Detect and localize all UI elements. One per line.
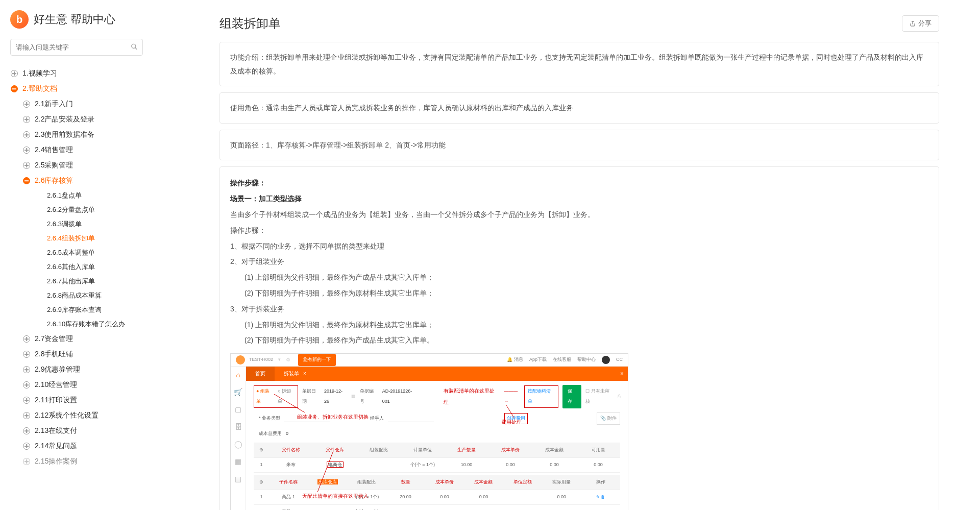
nav-2-10[interactable]: 2.10经营管理 (22, 377, 143, 393)
nav-2-6-5[interactable]: 2.6.5成本调整单 (47, 246, 143, 260)
cell-ops: ✎ 🗑 (581, 507, 620, 510)
sc-handler-label: 经手人 (370, 414, 384, 424)
sc-radio-assemble: ● 组装单 (256, 386, 274, 407)
sc-save-new: ☐ 只有未审核 (585, 386, 614, 407)
nav-2-7[interactable]: 2.7资金管理 (22, 331, 143, 347)
nav-video-learning[interactable]: 1.视频学习 (10, 66, 143, 81)
th-ops: 操作 (581, 477, 620, 488)
th-child-ratio: 组装配比 (347, 477, 386, 488)
nav-2-8[interactable]: 2.8手机旺铺 (22, 347, 143, 362)
th-ratio: 组装配比 (357, 445, 401, 455)
nav-label: 2.6.8商品成本重算 (47, 291, 102, 300)
nav-label: 2.1新手入门 (35, 100, 73, 109)
cell: 0.00 (425, 492, 464, 502)
nav-label: 2.6.6其他入库单 (47, 262, 95, 272)
nav-2-6-10[interactable]: 2.6.10库存账本错了怎么办 (47, 317, 143, 331)
nav-2-6[interactable]: 2.6库存核算 (22, 173, 143, 188)
inventory-icon: 🗄 (234, 423, 242, 431)
nav-2-4[interactable]: 2.4销售管理 (22, 142, 143, 158)
nav-2-9[interactable]: 2.9优惠券管理 (22, 362, 143, 377)
sc-parent-table: ⊕ 父件名称 父件仓库 组装配比 计量单位 生产数量 成本单价 成本金额 可用量 (254, 443, 620, 473)
plus-icon (22, 396, 31, 404)
sc-doc-value: AD-20191226-001 (382, 386, 419, 407)
nav-2-14[interactable]: 2.14常见问题 (22, 439, 143, 454)
search-icon[interactable] (131, 43, 138, 52)
cell-amount: 0.00 (532, 460, 576, 470)
brand-row: b 好生意 帮助中心 (10, 10, 143, 29)
nav-2-1[interactable]: 2.1新手入门 (22, 96, 143, 112)
share-button[interactable]: 分享 (902, 15, 939, 32)
th-child: 子件名称 (269, 477, 308, 488)
main-content: 组装拆卸单 分享 功能介绍：组装拆卸单用来处理企业组装或拆卸等加工业务，支持有固… (153, 0, 980, 510)
cell: 0.00 (464, 492, 503, 502)
th-child-qty: 数量 (386, 477, 425, 488)
cell: 0.00 (464, 507, 503, 510)
scene-title: 场景一：加工类型选择 (230, 191, 928, 207)
cell: 30.00 (386, 507, 425, 510)
nav-2-6-3[interactable]: 2.6.3调拨单 (47, 217, 143, 231)
nav-2-6-9[interactable]: 2.6.9库存账本查询 (47, 303, 143, 317)
gear-icon: ⚙ (286, 354, 290, 366)
nav-label: 2.13在线支付 (35, 426, 77, 435)
info-box-path: 页面路径：1、库存核算->库存管理->组装拆卸单 2、首页->常用功能 (219, 130, 939, 161)
sc-annotation-3: 费用处理 (501, 417, 522, 428)
cell-unitcost: 0.00 (488, 460, 532, 470)
nav-2-12[interactable]: 2.12系统个性化设置 (22, 408, 143, 423)
search-input[interactable] (10, 39, 143, 56)
sc-totalcost-label: 成本总费用 (259, 429, 282, 439)
th-qty: 生产数量 (445, 445, 488, 455)
sc-doc-label: 单据编号 (360, 386, 378, 407)
sub-heading: 操作步骤： (230, 223, 928, 238)
cell-unit: 个(个 = 1个) (401, 460, 445, 470)
nav-2-2[interactable]: 2.2产品安装及登录 (22, 112, 143, 127)
arrow-icon (317, 452, 338, 492)
th-child-c1: 成本单价 (425, 477, 464, 488)
nav-2-6-2[interactable]: 2.6.2分量盘点单 (47, 203, 143, 217)
print-icon: ⎙ (618, 392, 620, 402)
minus-icon (22, 177, 31, 185)
sc-env-text: TEST-H002 (249, 355, 273, 365)
home-icon: ⌂ (234, 371, 242, 379)
nav-2-5[interactable]: 2.5采购管理 (22, 158, 143, 173)
nav-2-15[interactable]: 2.15操作案例 (22, 454, 143, 469)
plus-icon (22, 366, 31, 374)
nav-2-6-7[interactable]: 2.6.7其他出库单 (47, 274, 143, 288)
sc-notice-btn: 您有新的一下 (298, 354, 336, 366)
brand-text: 好生意 帮助中心 (34, 12, 115, 27)
sc-attach: 📎 附件 (597, 412, 620, 425)
nav-2-13[interactable]: 2.13在线支付 (22, 423, 143, 439)
nav-2-11[interactable]: 2.11打印设置 (22, 393, 143, 408)
nav-2-3[interactable]: 2.3使用前数据准备 (22, 127, 143, 142)
nav-2-6-1[interactable]: 2.6.1盘点单 (47, 188, 143, 203)
nav-2-6-6[interactable]: 2.6.6其他入库单 (47, 260, 143, 274)
sc-date-value: 2019-12-26 (324, 386, 347, 407)
box-icon: ▢ (234, 405, 242, 414)
th-child-c3: 单位定额 (503, 477, 542, 488)
plus-icon (22, 115, 31, 124)
sc-tab-home: 首页 (246, 367, 275, 381)
cell-ops: ✎ 🗑 (581, 493, 620, 502)
nav-label: 2.9优惠券管理 (35, 365, 80, 374)
plus-icon (22, 146, 31, 154)
nav-2-6-8[interactable]: 2.6.8商品成本重算 (47, 288, 143, 303)
step-2-2: (2) 下部明细为子件明细，最终作为原材料生成其它出库单； (230, 285, 928, 301)
nav-help-docs[interactable]: 2.帮助文档 (10, 81, 143, 96)
cell: 0.00 (542, 507, 581, 510)
plus-icon (22, 411, 31, 420)
th-avail: 可用量 (576, 445, 620, 455)
chevron-down-icon: ▾ (278, 355, 281, 365)
nav-label: 2.6.4组装拆卸单 (47, 234, 95, 243)
calendar-icon: ▦ (351, 392, 356, 402)
info-box-role: 使用角色：通常由生产人员或库管人员完成拆装业务的操作，库管人员确认原材料的出库和… (219, 92, 939, 124)
sc-parent-head: ⊕ 父件名称 父件仓库 组装配比 计量单位 生产数量 成本单价 成本金额 可用量 (254, 443, 620, 458)
logo-icon: b (10, 10, 29, 29)
close-icon: × (620, 367, 628, 380)
nav-label: 2.15操作案例 (35, 457, 77, 466)
cart-icon: 🛒 (234, 388, 242, 396)
svg-line-2 (274, 394, 305, 412)
sc-tab-current: 拆装单 × (275, 367, 315, 381)
info-box-intro: 功能介绍：组装拆卸单用来处理企业组装或拆卸等加工业务，支持有固定装配清单的产品加… (219, 42, 939, 86)
sc-annotation-4: 无配比清单的直接在这里录入 (302, 491, 369, 502)
nav-2-6-4[interactable]: 2.6.4组装拆卸单 (47, 231, 143, 246)
title-row: 组装拆卸单 分享 (219, 15, 939, 32)
